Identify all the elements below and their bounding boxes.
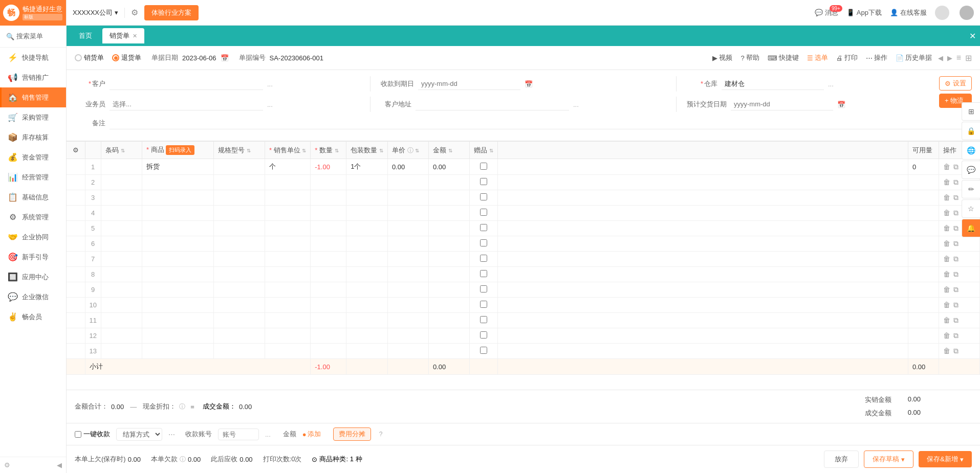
delete-icon[interactable]: 🗑 xyxy=(943,163,950,171)
delete-icon[interactable]: 🗑 xyxy=(943,347,950,355)
barcode-sort-icon[interactable]: ⇅ xyxy=(121,148,125,153)
remarks-input[interactable] xyxy=(110,117,972,129)
gift-checkbox[interactable] xyxy=(480,301,487,308)
sidebar-item-purchase[interactable]: 🛒 采购管理 xyxy=(0,107,66,127)
sidebar-item-quick-nav[interactable]: ⚡ 快捷导航 xyxy=(0,48,66,67)
delete-icon[interactable]: 🗑 xyxy=(943,178,950,187)
salesman-select-icon[interactable]: ... xyxy=(267,101,273,108)
sidebar-item-operation[interactable]: 📊 经营管理 xyxy=(0,167,66,187)
right-float-chat[interactable]: 💬 xyxy=(962,161,980,179)
tab-close-all-button[interactable]: ✕ xyxy=(969,31,976,41)
copy-icon[interactable]: ⧉ xyxy=(953,331,959,340)
copy-icon[interactable]: ⧉ xyxy=(953,163,959,171)
delete-icon[interactable]: 🗑 xyxy=(943,193,950,202)
search-menu-button[interactable]: 🔍 搜索菜单 xyxy=(4,30,62,43)
discount-info-icon[interactable]: ⓘ xyxy=(179,402,185,411)
trial-button[interactable]: 体验行业方案 xyxy=(144,5,199,20)
gift-sort-icon[interactable]: ⇅ xyxy=(489,148,493,153)
right-float-lock[interactable]: 🔒 xyxy=(962,122,980,140)
spec-sort-icon[interactable]: ⇅ xyxy=(247,148,251,153)
price-info-icon[interactable]: ⓘ xyxy=(407,147,413,154)
toolbar-select[interactable]: ☰ 选单 xyxy=(805,52,830,63)
sidebar-search[interactable]: 🔍 搜索菜单 xyxy=(0,26,66,48)
right-float-notify[interactable]: 🔔 xyxy=(962,219,980,237)
delete-icon[interactable]: 🗑 xyxy=(943,209,950,217)
abandon-button[interactable]: 放弃 xyxy=(824,451,859,468)
col-header-settings[interactable]: ⚙ xyxy=(67,142,85,159)
user-avatar2[interactable] xyxy=(960,6,974,20)
sidebar-item-system[interactable]: ⚙ 系统管理 xyxy=(0,207,66,227)
tab-close-icon[interactable]: ✕ xyxy=(133,33,137,39)
delete-icon[interactable]: 🗑 xyxy=(943,316,950,325)
nav-prev-icon[interactable]: ◀ xyxy=(938,54,943,62)
gift-checkbox[interactable] xyxy=(480,224,487,231)
date-calendar-icon[interactable]: 📅 xyxy=(221,54,229,62)
gift-checkbox[interactable] xyxy=(480,209,487,216)
address-select-icon[interactable]: ... xyxy=(573,101,579,108)
qty-sort-icon[interactable]: ⇅ xyxy=(335,148,339,153)
delete-icon[interactable]: 🗑 xyxy=(943,331,950,340)
toolbar-video[interactable]: ▶ 视频 xyxy=(710,52,734,63)
toolbar-history[interactable]: 📄 历史单据 xyxy=(894,52,934,63)
warehouse-input[interactable] xyxy=(722,78,824,90)
toolbar-print[interactable]: 🖨 打印 xyxy=(834,52,860,63)
copy-icon[interactable]: ⧉ xyxy=(953,347,959,355)
grid-view-icon[interactable]: ⊞ xyxy=(965,53,972,63)
toolbar-operate[interactable]: ⋯ 操作 xyxy=(864,52,889,63)
calc-method-select[interactable]: 结算方式 xyxy=(116,428,162,441)
sidebar-item-guide[interactable]: 🎯 新手引导 xyxy=(0,247,66,267)
copy-icon[interactable]: ⧉ xyxy=(953,316,959,325)
sidebar-item-basic[interactable]: 📋 基础信息 xyxy=(0,187,66,207)
sidebar-item-appstore[interactable]: 🔲 应用中心 xyxy=(0,267,66,287)
right-float-expand[interactable]: ⊞ xyxy=(962,102,980,121)
gift-checkbox[interactable] xyxy=(480,270,487,277)
product-type[interactable]: ⊙ 商品种类: 1 种 xyxy=(312,455,362,464)
pkg-sort-icon[interactable]: ⇅ xyxy=(379,148,383,153)
customer-input[interactable] xyxy=(110,78,263,90)
copy-icon[interactable]: ⧉ xyxy=(953,178,959,187)
collapse-icon[interactable]: ◀ xyxy=(57,461,62,469)
address-input[interactable] xyxy=(416,98,569,110)
sidebar-item-member[interactable]: ✌ 畅会员 xyxy=(0,307,66,327)
due-date-input[interactable] xyxy=(418,78,520,90)
app-download-button[interactable]: 📱 App下载 xyxy=(846,8,882,17)
due-date-calendar-icon[interactable]: 📅 xyxy=(525,80,533,88)
gift-checkbox[interactable] xyxy=(480,178,487,185)
salesman-input[interactable] xyxy=(110,98,263,110)
copy-icon[interactable]: ⧉ xyxy=(953,301,959,309)
sidebar-item-inventory[interactable]: 📦 库存核算 xyxy=(0,127,66,147)
unit-sort-icon[interactable]: ⇅ xyxy=(302,148,306,153)
copy-icon[interactable]: ⧉ xyxy=(953,270,959,279)
right-float-edit[interactable]: ✏ xyxy=(962,180,980,198)
gift-checkbox[interactable] xyxy=(480,347,487,354)
debt-info-icon[interactable]: ⓘ xyxy=(180,455,186,464)
sidebar-item-marketing[interactable]: 📢 营销推广 xyxy=(0,67,66,87)
delete-icon[interactable]: 🗑 xyxy=(943,255,950,263)
sidebar-item-finance[interactable]: 💰 资金管理 xyxy=(0,147,66,167)
sidebar-item-sales[interactable]: 🏠 销售管理 xyxy=(0,87,66,107)
fee-info-icon[interactable]: ? xyxy=(379,431,383,438)
sidebar-item-enterprise[interactable]: 🤝 企业协同 xyxy=(0,227,66,247)
account-dots[interactable]: ... xyxy=(265,431,271,438)
sidebar-item-weixin[interactable]: 💬 企业微信 xyxy=(0,287,66,307)
right-float-globe[interactable]: 🌐 xyxy=(962,141,980,160)
settings-icon[interactable]: ⚙ xyxy=(4,461,10,469)
price-sort-icon[interactable]: ⇅ xyxy=(415,148,419,153)
copy-icon[interactable]: ⧉ xyxy=(953,239,959,248)
tab-sales-order[interactable]: 销货单 ✕ xyxy=(102,28,144,43)
toolbar-shortcut[interactable]: ⌨ 快捷键 xyxy=(766,52,801,63)
account-input[interactable] xyxy=(218,429,259,440)
save-draft-button[interactable]: 保存草稿 ▾ xyxy=(864,451,913,468)
add-payment-button[interactable]: ● 添加 xyxy=(302,430,321,439)
delete-icon[interactable]: 🗑 xyxy=(943,270,950,279)
copy-icon[interactable]: ⧉ xyxy=(953,255,959,263)
delete-icon[interactable]: 🗑 xyxy=(943,301,950,309)
fee-split-button[interactable]: 费用分摊 xyxy=(333,427,371,441)
company-selector[interactable]: XXXXXX公司 ▾ xyxy=(73,8,118,17)
message-button[interactable]: 💬 消息 99+ xyxy=(815,8,838,17)
gift-checkbox[interactable] xyxy=(480,163,487,170)
online-service-button[interactable]: 👤 在线客服 xyxy=(890,8,927,17)
expected-date-calendar-icon[interactable]: 📅 xyxy=(837,101,845,108)
amount-sort-icon[interactable]: ⇅ xyxy=(448,148,452,153)
warehouse-select-icon[interactable]: ... xyxy=(828,80,834,88)
